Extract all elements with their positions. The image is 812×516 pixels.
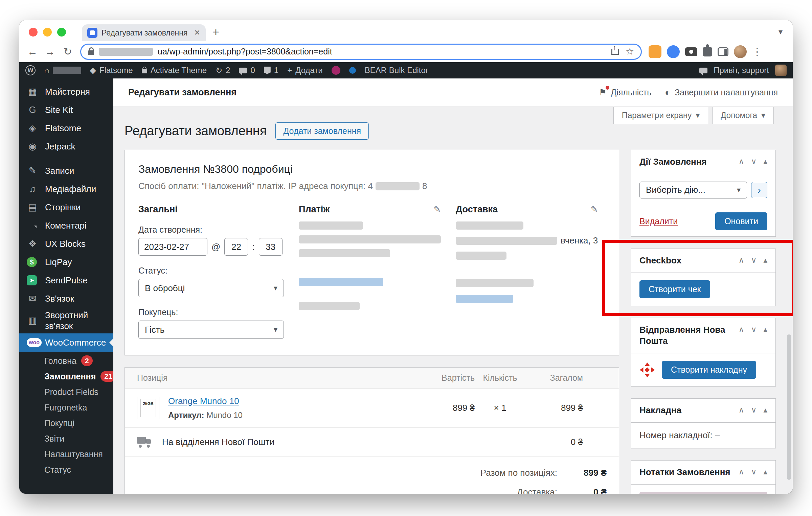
delete-order-link[interactable]: Видалити — [639, 216, 678, 226]
move-up-icon[interactable]: ∧ — [739, 405, 744, 415]
order-hour-input[interactable] — [224, 238, 248, 256]
sidebar-item-posts[interactable]: ✎ Записи — [19, 162, 113, 180]
submenu-customers[interactable]: Покупці — [19, 415, 113, 431]
update-order-button[interactable]: Оновити — [715, 212, 767, 230]
move-up-icon[interactable]: ∧ — [739, 256, 744, 265]
sidebar-item-jetpack[interactable]: ◉ Jetpack — [19, 137, 113, 156]
scrollbar-thumb[interactable] — [787, 334, 791, 480]
help-button[interactable]: Допомога ▾ — [712, 107, 774, 124]
browser-profile-avatar[interactable] — [734, 45, 747, 58]
move-up-icon[interactable]: ∧ — [739, 157, 744, 166]
screenshot-camera-icon[interactable] — [685, 47, 697, 56]
order-date-input[interactable] — [138, 238, 207, 256]
reload-button[interactable]: ↻ — [60, 44, 75, 60]
redacted-site-name — [53, 67, 81, 74]
bookmark-star-icon[interactable]: ☆ — [626, 46, 634, 57]
zoom-window-button[interactable] — [57, 28, 66, 37]
submenu-home[interactable]: Головна 2 — [19, 353, 113, 369]
activate-theme-menu[interactable]: Activate Theme — [142, 66, 207, 75]
side-panel-icon[interactable] — [718, 47, 728, 56]
howdy-label[interactable]: Привіт, support — [714, 66, 769, 75]
move-up-icon[interactable]: ∧ — [739, 467, 744, 476]
waybill-panel: Накладна ∧ ∨ ▴ Номер накладної: – — [631, 398, 776, 448]
browser-tab[interactable]: Редагувати замовлення "Ord ✕ — [82, 24, 206, 41]
collapse-toggle-icon[interactable]: ▴ — [763, 256, 767, 265]
browser-menu-icon[interactable]: ⋮ — [752, 46, 762, 57]
user-avatar[interactable] — [775, 65, 787, 76]
create-waybill-button[interactable]: Створити накладну — [662, 361, 756, 379]
add-order-button[interactable]: Додати замовлення — [275, 122, 369, 140]
redacted-email-link[interactable] — [299, 278, 383, 286]
extensions-puzzle-icon[interactable] — [703, 47, 712, 56]
address-bar[interactable]: ua/wp-admin/post.php?post=3800&action=ed… — [80, 44, 642, 60]
new-tab-button[interactable]: + — [212, 25, 219, 39]
yoast-menu[interactable] — [332, 66, 340, 75]
submenu-settings[interactable]: Налаштування — [19, 446, 113, 462]
sidebar-item-flatsome[interactable]: ◈ Flatsome — [19, 119, 113, 137]
order-action-select[interactable]: Виберіть дію... ▾ — [639, 182, 747, 198]
comments-menu[interactable]: 0 — [239, 66, 255, 75]
screen-options-button[interactable]: Параметри екрану ▾ — [613, 107, 708, 124]
sidebar-item-feedback[interactable]: ▥ Зворотний зв'язок — [19, 308, 113, 333]
finish-setup-button[interactable]: ◐ Завершити налаштування — [665, 87, 778, 98]
feedback-bubble-icon[interactable] — [699, 68, 707, 73]
add-new-menu[interactable]: + Додати — [287, 66, 323, 75]
sidebar-item-contact[interactable]: ✉ Зв'язок — [19, 289, 113, 308]
edit-billing-pencil-icon[interactable]: ✎ — [433, 204, 441, 215]
admin-content: Редагувати замовлення ⚑ Діяльність ◐ Зав… — [113, 78, 793, 494]
apply-action-button[interactable]: › — [751, 182, 767, 198]
wordpress-logo-icon: W — [25, 65, 36, 75]
minimize-window-button[interactable] — [43, 28, 52, 37]
flatsome-menu[interactable]: ◆ Flatsome — [90, 66, 133, 75]
sidebar-item-woocommerce[interactable]: woo WooCommerce — [19, 333, 113, 352]
site-name-menu[interactable]: ⌂ — [44, 66, 81, 75]
move-down-icon[interactable]: ∨ — [751, 467, 757, 476]
activity-button[interactable]: ⚑ Діяльність — [599, 87, 651, 98]
bear-bulk-editor-menu[interactable]: BEAR Bulk Editor — [365, 66, 428, 75]
wp-logo-menu[interactable]: W — [25, 65, 36, 75]
updates-menu[interactable]: ↻ 2 — [216, 66, 230, 75]
move-down-icon[interactable]: ∨ — [751, 256, 757, 265]
submenu-status[interactable]: Статус — [19, 462, 113, 477]
product-name-link[interactable]: Orange Mundo 10 — [168, 396, 239, 406]
tab-search-chevron-icon[interactable]: ▾ — [779, 27, 783, 37]
submenu-orders[interactable]: Замовлення 21 — [19, 369, 113, 384]
sidebar-item-site-kit[interactable]: G Site Kit — [19, 101, 113, 119]
redacted-text — [299, 249, 390, 257]
share-icon[interactable] — [611, 49, 619, 55]
status-select[interactable]: В обробці ▾ — [138, 279, 284, 297]
blue-dot-menu[interactable] — [349, 67, 356, 74]
move-down-icon[interactable]: ∨ — [751, 325, 757, 334]
security-menu[interactable]: 1 — [264, 66, 278, 75]
create-receipt-button[interactable]: Створити чек — [639, 280, 710, 298]
feedback-icon: ▥ — [27, 315, 38, 326]
collapse-toggle-icon[interactable]: ▴ — [763, 325, 767, 334]
submenu-furgonetka[interactable]: Furgonetka — [19, 400, 113, 415]
close-tab-icon[interactable]: ✕ — [194, 28, 200, 37]
move-down-icon[interactable]: ∨ — [751, 157, 757, 166]
collapse-toggle-icon[interactable]: ▴ — [763, 467, 767, 476]
customer-select[interactable]: Гість ▾ — [138, 321, 284, 339]
sidebar-item-dashboard[interactable]: ▦ Майстерня — [19, 83, 113, 101]
extension-blue-icon[interactable] — [667, 45, 680, 58]
sidebar-item-comments[interactable]: Коментарі — [19, 216, 113, 235]
extension-orange-icon[interactable] — [649, 45, 661, 58]
sidebar-item-pages[interactable]: ▤ Сторінки — [19, 198, 113, 216]
collapse-toggle-icon[interactable]: ▴ — [763, 157, 767, 166]
edit-shipping-pencil-icon[interactable]: ✎ — [591, 204, 598, 215]
forward-button[interactable]: → — [42, 44, 58, 60]
submenu-product-fields[interactable]: Product Fields — [19, 384, 113, 400]
back-button[interactable]: ← — [25, 44, 40, 60]
move-down-icon[interactable]: ∨ — [751, 405, 757, 415]
redacted-link[interactable] — [456, 295, 513, 303]
close-window-button[interactable] — [29, 28, 38, 37]
chevron-down-icon: ▾ — [761, 111, 765, 120]
sidebar-item-media[interactable]: ♫ Медіафайли — [19, 180, 113, 198]
sidebar-item-sendpulse[interactable]: ➤ SendPulse — [19, 271, 113, 289]
order-minute-input[interactable] — [259, 238, 283, 256]
collapse-toggle-icon[interactable]: ▴ — [763, 405, 767, 415]
move-up-icon[interactable]: ∧ — [739, 325, 744, 334]
sidebar-item-ux-blocks[interactable]: ❖ UX Blocks — [19, 235, 113, 253]
submenu-reports[interactable]: Звіти — [19, 431, 113, 446]
sidebar-item-liqpay[interactable]: $ LiqPay — [19, 253, 113, 271]
